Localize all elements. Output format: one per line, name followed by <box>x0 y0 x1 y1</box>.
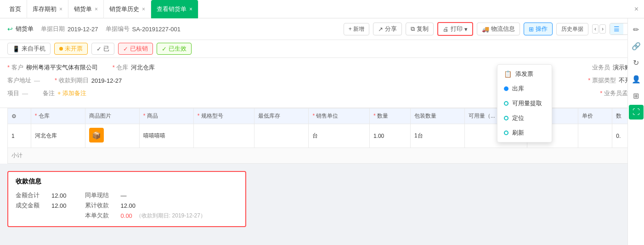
operate-button[interactable]: ⊞ 操作 <box>524 23 553 35</box>
close-inventory-tab[interactable]: × <box>59 6 62 12</box>
same-order-row: 同单现结 — <box>85 190 206 200</box>
share-icon: ↗ <box>378 26 383 33</box>
same-order-label: 同单现结 <box>85 191 117 199</box>
effective-button[interactable]: ✓ 已生效 <box>157 43 192 55</box>
col-pack-qty: 包装数量 <box>410 108 464 124</box>
prev-record-button[interactable]: ‹ <box>592 24 599 34</box>
locate-label: 定位 <box>512 114 524 122</box>
tab-home[interactable]: 首页 <box>4 0 27 18</box>
available-qty-item[interactable]: 可用量提取 <box>497 96 552 111</box>
tab-view-sales[interactable]: 查看销货单 × <box>151 0 198 18</box>
sidebar-link-icon[interactable]: 🔗 <box>629 39 644 53</box>
col-qty: 数量 <box>369 108 410 124</box>
add-note-button[interactable]: + 添加备注 <box>57 89 86 97</box>
address-value: — <box>34 77 40 84</box>
next-record-button[interactable]: › <box>599 24 606 34</box>
checked-button[interactable]: ✓ 已核销 <box>118 43 153 55</box>
accumulated-label: 累计收款 <box>85 201 117 210</box>
row-warehouse: 河北仓库 <box>31 124 85 148</box>
sidebar-rotate-icon[interactable]: ↻ <box>629 55 644 70</box>
sidebar-table-icon[interactable]: ⊞ <box>629 88 644 103</box>
customer-value: 柳州粤港平安气体有限公司 <box>26 63 98 72</box>
row-min-stock <box>254 124 309 148</box>
row-product: 嘻嘻嘻嘻 <box>139 124 193 148</box>
subtotal-row: 小计 <box>8 148 637 164</box>
share-button[interactable]: ↗ 分享 <box>373 23 402 35</box>
confirm-button[interactable]: ✓ 已 <box>91 43 114 55</box>
col-warehouse: 仓库 <box>31 108 85 124</box>
close-view-sales-tab[interactable]: × <box>189 6 192 12</box>
global-close-button[interactable]: × <box>634 5 638 13</box>
status-row: 📱 来自手机 未开票 ✓ 已 ✓ 已核销 ✓ 已生效 <box>0 40 644 58</box>
row-index: 1 <box>8 124 31 148</box>
total-amount-label: 金额合计 <box>16 191 48 199</box>
refresh-icon <box>504 131 508 135</box>
from-phone-button[interactable]: 📱 来自手机 <box>7 43 51 55</box>
phone-icon: 📱 <box>12 46 20 52</box>
tab-sales-history[interactable]: 销货单历史 × <box>104 0 151 18</box>
trans-amount-label: 成交金额 <box>16 201 48 210</box>
note-field: 备注 + 添加备注 <box>43 89 86 97</box>
payment-box: 收款信息 金额合计 12.00 成交金额 12.00 同单现结 — <box>7 171 246 227</box>
total-amount-row: 金额合计 12.00 <box>16 190 67 200</box>
locate-icon <box>504 116 508 120</box>
not-open-ticket-button[interactable]: 未开票 <box>54 43 88 55</box>
row-price <box>578 124 612 148</box>
invoice-label: 票据类型 <box>588 76 616 85</box>
copy-button[interactable]: ⧉ 复制 <box>406 23 434 35</box>
doc-date-field: 单据日期 2019-12-27 <box>41 25 98 33</box>
sidebar-user-icon[interactable]: 👤 <box>629 72 644 86</box>
row-unit: 台 <box>309 124 370 148</box>
col-product: 商品 <box>139 108 193 124</box>
available-qty-label: 可用量提取 <box>512 99 542 108</box>
print-button[interactable]: 🖨 打印 ▾ <box>437 22 473 36</box>
row-spec <box>193 124 254 148</box>
project-value: — <box>22 90 28 97</box>
doc-actions: + 新增 ↗ 分享 ⧉ 复制 🖨 打印 ▾ 🚚 物流信息 ⊞ 操作 <box>344 22 637 36</box>
payment-right-col: 同单现结 — 累计收款 12.00 本单欠款 0.00 （收款到期日: 2019… <box>85 190 206 221</box>
project-field: 项目 — <box>7 89 28 97</box>
this-order-value: 0.00 <box>121 212 132 219</box>
print-icon: 🖨 <box>443 26 449 33</box>
date-value: 2019-12-27 <box>68 26 98 33</box>
out-stock-label: 出库 <box>512 85 524 93</box>
doc-header: ↩ 销货单 单据日期 2019-12-27 单据编号 SA-20191227-0… <box>0 18 644 40</box>
logistics-button[interactable]: 🚚 物流信息 <box>477 23 520 35</box>
doc-number-field: 单据编号 SA-20191227-001 <box>106 25 181 33</box>
tab-inventory[interactable]: 库存期初 × <box>27 0 68 18</box>
accumulated-value: 12.00 <box>121 202 136 209</box>
tab-sales[interactable]: 销货单 × <box>68 0 104 18</box>
row-pack-qty: 1台 <box>410 124 464 148</box>
number-label: 单据编号 <box>106 25 130 33</box>
history-button[interactable]: 历史单据 <box>556 23 588 35</box>
add-invoice-icon: 📋 <box>504 70 512 78</box>
subtotal-label: 小计 <box>8 148 637 164</box>
col-settings: ⚙ <box>8 108 31 124</box>
payment-section: 收款信息 金额合计 12.00 成交金额 12.00 同单现结 — <box>0 164 644 234</box>
note-label: 备注 <box>43 89 55 97</box>
out-stock-item[interactable]: 出库 <box>497 81 552 96</box>
available-qty-icon <box>504 101 508 106</box>
operation-dropdown: 📋 添发票 出库 可用量提取 定位 刷新 <box>497 64 552 142</box>
project-label: 项目 <box>7 89 19 97</box>
due-date-value: 2019-12-27 <box>91 77 122 84</box>
customer-field: 客户 柳州粤港平安气体有限公司 <box>7 63 98 72</box>
refresh-item[interactable]: 刷新 <box>497 125 552 140</box>
doc-title: ↩ 销货单 <box>7 25 34 33</box>
product-image <box>89 128 104 142</box>
locate-item[interactable]: 定位 <box>497 111 552 125</box>
trans-amount-row: 成交金额 12.00 <box>16 200 67 211</box>
sidebar-expand-icon[interactable]: ⛶ <box>629 105 644 120</box>
list-view-button[interactable]: ☰ <box>610 23 623 34</box>
add-invoice-item[interactable]: 📋 添发票 <box>497 67 552 81</box>
close-history-tab[interactable]: × <box>142 6 145 12</box>
customer-label: 客户 <box>7 63 23 72</box>
sidebar-edit-icon[interactable]: ✏ <box>629 22 644 37</box>
address-label: 客户地址 <box>7 76 31 85</box>
this-order-row: 本单欠款 0.00 （收款到期日: 2019-12-27） <box>85 211 206 221</box>
payment-title: 收款信息 <box>16 177 238 186</box>
row-product-img <box>85 124 139 148</box>
close-sales-tab[interactable]: × <box>95 6 98 12</box>
add-button[interactable]: + 新增 <box>344 23 369 35</box>
warehouse-field: 仓库 河北仓库 <box>113 63 155 72</box>
